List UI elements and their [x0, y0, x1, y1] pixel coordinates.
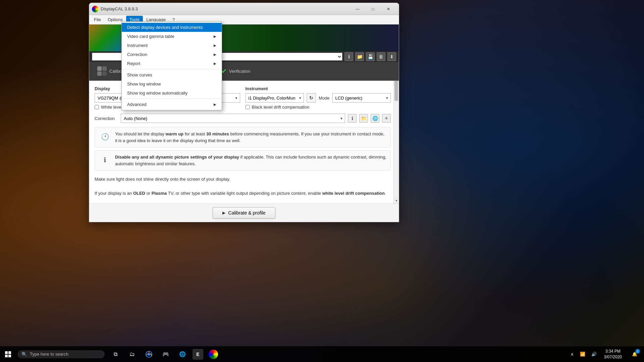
black-level-drift-label[interactable]: Black level drift compensation — [252, 105, 310, 110]
mode-select[interactable]: LCD (generic) — [332, 93, 391, 103]
menu-video-card-gamma[interactable]: Video card gamma table ▶ — [122, 32, 222, 41]
taskbar-search-box[interactable]: 🔍 Type here to search — [17, 350, 105, 358]
taskbar-quick-icons: ⧉ 🗂 🎮 🌐 E — [107, 346, 221, 362]
menu-report[interactable]: Report ▶ — [122, 59, 222, 68]
network-icon[interactable]: 📶 — [577, 346, 588, 362]
correction-folder-button[interactable]: 📁 — [359, 114, 368, 123]
window-title: DisplayCAL 3.8.9.3 — [101, 6, 350, 11]
notification-badge: 2 — [635, 349, 640, 354]
menu-show-log-window[interactable]: Show log window — [122, 79, 222, 88]
calibrate-button-row: ▶ Calibrate & profile — [89, 203, 399, 222]
notification-center-button[interactable]: 🔔 2 — [627, 346, 643, 362]
correction-select[interactable]: Auto (None) — [121, 114, 345, 123]
profile-save-button[interactable]: 💾 — [366, 52, 375, 61]
calibrate-profile-button[interactable]: ▶ Calibrate & profile — [213, 207, 275, 219]
light-warning-text: Make sure light does not shine directly … — [95, 176, 391, 183]
taskbar: 🔍 Type here to search ⧉ 🗂 🎮 🌐 E ∧ 📶 🔊 3:… — [0, 346, 644, 362]
menu-separator-2 — [122, 99, 222, 99]
play-icon: ▶ — [222, 210, 225, 215]
report-menu-label: Report — [127, 61, 140, 66]
instrument-section: Instrument i1 DisplayPro, ColorMunki Dis… — [246, 86, 391, 110]
correction-info-button[interactable]: ℹ — [348, 114, 357, 123]
correction-row: Correction Auto (None) ▼ ℹ 📁 🌐 + — [95, 114, 391, 123]
clock-icon: 🕐 — [99, 131, 111, 143]
profile-download-button[interactable]: ⬇ — [387, 52, 396, 61]
black-level-drift-checkbox[interactable] — [246, 105, 250, 109]
speaker-icon: 🔊 — [591, 352, 597, 357]
detect-devices-label: Detect display devices and instruments — [127, 25, 203, 30]
advanced-menu-arrow: ▶ — [214, 103, 216, 106]
instrument-menu-label: Instrument — [127, 43, 148, 48]
correction-select-wrapper: Auto (None) ▼ — [121, 114, 345, 123]
taskbar-displaycal-icon[interactable] — [205, 346, 221, 362]
menu-detect-devices[interactable]: Detect display devices and instruments — [122, 23, 222, 32]
advanced-menu-label: Advanced — [127, 102, 147, 107]
taskbar-steam-icon[interactable]: 🎮 — [158, 346, 174, 362]
taskbar-search-placeholder: Type here to search — [30, 352, 68, 357]
video-card-gamma-arrow: ▶ — [214, 35, 216, 38]
warmup-info-box: 🕐 You should let the display warm up for… — [95, 127, 391, 147]
instrument-select[interactable]: i1 DisplayPro, ColorMunki Display — [246, 93, 304, 103]
calibration-tab-icon — [97, 66, 107, 76]
chevron-up-icon: ∧ — [571, 352, 574, 357]
volume-icon-area[interactable]: 🔊 — [589, 346, 599, 362]
taskbar-epic-games-icon[interactable]: E — [191, 346, 205, 362]
white-level-drift-checkbox[interactable] — [95, 105, 99, 109]
tools-dropdown-menu: Detect display devices and instruments V… — [121, 21, 222, 110]
clock-time: 3:34 PM — [605, 349, 621, 354]
menu-instrument[interactable]: Instrument ▶ — [122, 41, 222, 50]
menu-advanced[interactable]: Advanced ▶ — [122, 100, 222, 109]
taskbar-right-area: ∧ 📶 🔊 3:34 PM 3/07/2020 🔔 2 — [568, 346, 644, 362]
menu-correction[interactable]: Correction ▶ — [122, 50, 222, 59]
correction-menu-label: Correction — [127, 52, 147, 57]
menu-show-curves[interactable]: Show curves — [122, 70, 222, 79]
taskbar-search-icon: 🔍 — [21, 352, 27, 357]
scrollbar-thumb[interactable] — [394, 81, 398, 101]
window-controls: — □ ✕ — [350, 3, 396, 15]
warmup-info-text: You should let the display warm up for a… — [115, 131, 386, 144]
svg-point-1 — [148, 353, 150, 356]
windows-logo-icon — [5, 351, 11, 357]
oled-plasma-text: If your display is an OLED or Plasma TV,… — [95, 190, 391, 197]
menu-file[interactable]: File — [91, 16, 104, 23]
taskbar-chrome-icon[interactable] — [141, 346, 157, 362]
additional-info-text: Make sure light does not shine directly … — [95, 173, 391, 198]
wifi-icon: 📶 — [580, 352, 585, 357]
dynamic-settings-info-box: ℹ Disable any and all dynamic picture se… — [95, 150, 391, 171]
instrument-select-wrapper: i1 DisplayPro, ColorMunki Display ▼ — [246, 93, 304, 103]
correction-menu-arrow: ▶ — [214, 53, 216, 56]
verification-check-icon: ✔ — [221, 67, 227, 75]
vertical-scrollbar[interactable]: ▲ ▼ — [393, 81, 399, 203]
close-button[interactable]: ✕ — [381, 3, 396, 15]
clock-date: 3/07/2020 — [604, 354, 622, 360]
show-curves-label: Show curves — [127, 72, 152, 77]
minimize-button[interactable]: — — [350, 3, 365, 15]
mode-select-wrapper: LCD (generic) ▼ — [332, 93, 391, 103]
system-tray-expand[interactable]: ∧ — [568, 346, 577, 362]
profile-folder-button[interactable]: 📁 — [355, 52, 364, 61]
taskbar-explorer-icon[interactable]: 🗂 — [124, 346, 140, 362]
info-circle-icon: ℹ — [99, 154, 111, 166]
report-menu-arrow: ▶ — [214, 62, 216, 65]
tab-verification-label: Verification — [229, 69, 251, 74]
dynamic-settings-info-text: Disable any and all dynamic picture sett… — [115, 154, 386, 167]
task-view-button[interactable]: ⧉ — [107, 346, 123, 362]
show-log-window-label: Show log window — [127, 81, 161, 86]
correction-add-button[interactable]: + — [382, 114, 391, 123]
instrument-controls-row: i1 DisplayPro, ColorMunki Display ▼ ↻ Mo… — [246, 93, 391, 103]
epic-games-logo: E — [193, 349, 203, 360]
scroll-down-button[interactable]: ▼ — [394, 198, 399, 203]
maximize-button[interactable]: □ — [365, 3, 381, 15]
system-clock[interactable]: 3:34 PM 3/07/2020 — [600, 346, 626, 362]
black-level-drift-row: Black level drift compensation — [246, 105, 391, 110]
profile-delete-button[interactable]: 🗑 — [377, 52, 385, 61]
instrument-refresh-button[interactable]: ↻ — [307, 93, 316, 103]
profile-info-button[interactable]: ℹ — [344, 52, 353, 61]
video-card-gamma-label: Video card gamma table — [127, 34, 174, 39]
start-button[interactable] — [0, 346, 16, 362]
app-logo-icon — [92, 6, 99, 12]
show-log-window-auto-label: Show log window automatically — [127, 90, 187, 96]
menu-show-log-window-auto[interactable]: Show log window automatically — [122, 88, 222, 98]
correction-online-button[interactable]: 🌐 — [371, 114, 379, 123]
taskbar-browser2-icon[interactable]: 🌐 — [174, 346, 191, 362]
